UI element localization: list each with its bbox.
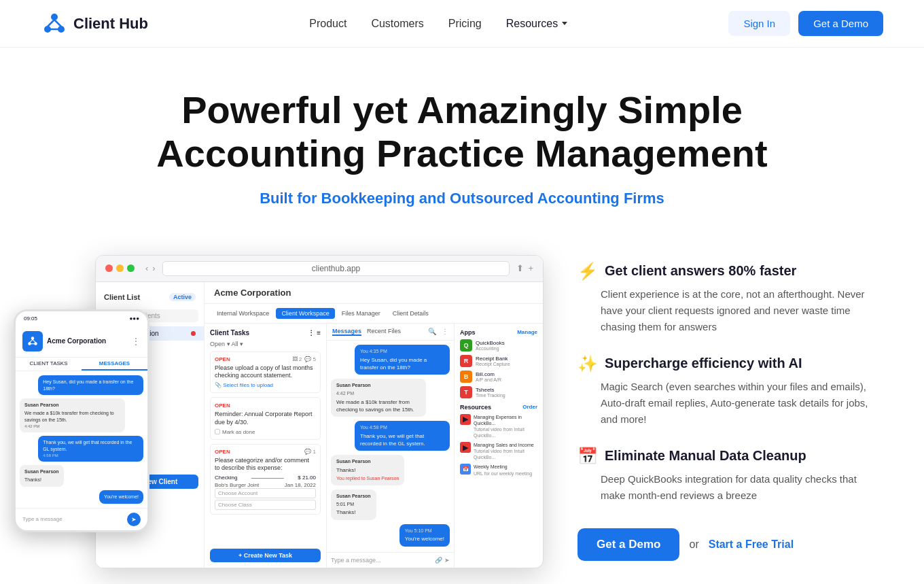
app-three-col: Client Tasks ⋮ ≡ Open ▾ All ▾ OPEN 🖼 2 xyxy=(205,324,543,568)
send-icon[interactable]: 🔗 ➤ xyxy=(435,557,450,564)
mobile-logo xyxy=(22,331,43,351)
feature-2-header: ✨ Supercharge efficiency with AI xyxy=(578,354,883,373)
feature-3-header: 📅 Eliminate Manual Data Cleanup xyxy=(578,447,883,466)
back-icon[interactable]: ‹ xyxy=(145,263,148,273)
browser-nav-arrows: ‹ › xyxy=(145,263,156,273)
msg-5: Susan Pearson 5:01 PM Thanks! xyxy=(331,489,376,520)
apps-section: Apps Manage Q QuickBooks Accounting xyxy=(460,329,537,398)
tab-files[interactable]: Files Manager xyxy=(336,308,386,319)
hero-subtitle: Built for Bookkeeping and Outsourced Acc… xyxy=(27,190,897,207)
upload-button[interactable]: 📎 Select files to upload xyxy=(215,382,316,388)
msg-4: Susan Pearson Thanks! You replied to Sus… xyxy=(331,455,404,485)
navbar: Client Hub Product Customers Pricing Res… xyxy=(0,0,924,48)
conv-more-icon[interactable]: ⋮ xyxy=(442,328,448,336)
conv-tab-files[interactable]: Recent Files xyxy=(367,328,401,336)
app-main-header: Acme Corporation xyxy=(205,282,543,304)
browser-bar: ‹ › clienthub.app ⬆ + xyxy=(96,256,543,282)
task-filter[interactable]: Open ▾ All ▾ xyxy=(210,341,321,347)
feature-3-title: Eliminate Manual Data Cleanup xyxy=(605,448,806,464)
quickbooks-icon: Q xyxy=(460,339,472,351)
play-icon-2: ▶ xyxy=(460,442,471,453)
minimize-dot xyxy=(116,264,124,272)
trial-link[interactable]: Start a Free Trial xyxy=(709,538,794,551)
feature-1: ⚡ Get client answers 80% faster Client e… xyxy=(578,262,883,335)
checkbox-icon xyxy=(215,429,220,434)
tab-client[interactable]: Client Workspace xyxy=(276,308,334,319)
conv-tab-messages[interactable]: Messages xyxy=(332,328,361,336)
conv-tabs: Messages Recent Files 🔍 ⋮ xyxy=(327,324,454,341)
browser-actions: ⬆ + xyxy=(516,263,533,273)
tab-details[interactable]: Client Details xyxy=(387,308,434,319)
cta-row: Get a Demo or Start a Free Trial xyxy=(578,528,883,561)
browser-mockup: ‹ › clienthub.app ⬆ + Client List Active xyxy=(95,255,544,568)
mobile-msg-4: Susan Pearson Thanks! xyxy=(20,465,64,487)
features-column: ⚡ Get client answers 80% faster Client e… xyxy=(578,255,883,561)
feature-2: ✨ Supercharge efficiency with AI Magic S… xyxy=(578,354,883,428)
share-icon[interactable]: ⬆ xyxy=(516,263,524,273)
url-bar[interactable]: clienthub.app xyxy=(162,261,510,276)
demo-button-nav[interactable]: Get a Demo xyxy=(798,11,883,36)
app-billcom: B Bill.com A/P and A/R xyxy=(460,371,537,383)
mobile-msg-2: Susan Pearson We made a $10k transfer fr… xyxy=(20,398,125,432)
mobile-msg-5: You're welcome! xyxy=(99,490,143,504)
meeting-item: 📅 Weekly Meeting URL for our weekly meet… xyxy=(460,464,537,476)
play-icon-1: ▶ xyxy=(460,414,471,425)
sidebar-header: Client List Active xyxy=(96,289,204,305)
forward-icon[interactable]: › xyxy=(152,263,155,273)
mobile-tabs: CLIENT TASKS MESSAGES xyxy=(16,358,147,371)
account-select[interactable]: Choose Account xyxy=(215,488,316,498)
lightning-icon: ⚡ xyxy=(578,262,598,281)
nav-resources[interactable]: Resources xyxy=(506,18,567,30)
create-task-button[interactable]: + Create New Task xyxy=(210,549,321,562)
mobile-tab-tasks[interactable]: CLIENT TASKS xyxy=(16,358,82,371)
calendar-check-icon: 📅 xyxy=(578,447,598,466)
tsheets-icon: T xyxy=(460,386,472,398)
hero-title: Powerful yet Amazingly Simple Accounting… xyxy=(156,88,768,176)
mobile-send-button[interactable]: ➤ xyxy=(127,513,141,526)
task-item-1: OPEN 🖼 2 💬 5 Please upload a copy of las… xyxy=(210,351,321,393)
expense-row: Checking —————— $ 21.00 xyxy=(215,475,316,481)
active-badge: Active xyxy=(169,293,196,301)
app-receiptbank: R Receipt Bank Receipt Capture xyxy=(460,355,537,367)
mobile-app-bar: Acme Corporation ⋮ xyxy=(16,326,147,358)
receiptbank-icon: R xyxy=(460,355,472,367)
mobile-status-bar: 09:05 ●●● xyxy=(16,311,147,326)
mobile-input[interactable]: Type a message ➤ xyxy=(16,508,147,530)
sparkles-icon: ✨ xyxy=(578,354,598,373)
screenshot-area: 09:05 ●●● Acme Corporation ⋮ CLIENT TASK… xyxy=(41,255,544,568)
svg-point-6 xyxy=(31,337,35,340)
notification-dot xyxy=(191,331,196,336)
manage-link[interactable]: Manage xyxy=(517,329,537,336)
nav-pricing[interactable]: Pricing xyxy=(448,18,482,29)
tab-bar: Internal Workspace Client Workspace File… xyxy=(205,304,543,324)
conv-input[interactable]: Type a message... 🔗 ➤ xyxy=(327,552,454,568)
svg-line-10 xyxy=(33,339,36,343)
svg-line-3 xyxy=(48,20,54,27)
class-select[interactable]: Choose Class xyxy=(215,500,316,510)
order-link[interactable]: Order xyxy=(522,404,537,411)
signin-button[interactable]: Sign In xyxy=(728,11,790,36)
mobile-messages: Hey Susan, did you made a transfer on th… xyxy=(16,371,147,508)
msg-6: You 5:10 PM You're welcome! xyxy=(399,524,450,547)
app-tsheets: T Tsheets Time Tracking xyxy=(460,386,537,398)
demo-button-main[interactable]: Get a Demo xyxy=(578,528,679,561)
nav-customers[interactable]: Customers xyxy=(371,18,423,29)
task-item-2: OPEN Reminder: Annual Corporate Report d… xyxy=(210,397,321,439)
resource-1: ▶ Managing Expenses in QuickBo... Tutori… xyxy=(460,414,537,439)
tasks-controls: ⋮ ≡ xyxy=(308,329,321,337)
chevron-down-icon xyxy=(562,22,567,25)
mark-done[interactable]: Mark as done xyxy=(215,429,316,435)
tab-internal[interactable]: Internal Workspace xyxy=(211,308,274,319)
add-tab-icon[interactable]: + xyxy=(528,263,533,273)
mobile-tab-messages[interactable]: MESSAGES xyxy=(82,358,147,371)
svg-line-9 xyxy=(30,339,33,343)
nav-product[interactable]: Product xyxy=(309,18,346,29)
task-counts: 🖼 2 💬 5 xyxy=(292,356,316,362)
app-content: Client List Active 🔍 Search clients Acme… xyxy=(96,282,543,568)
conv-messages: You 4:35 PM Hey Susan, did you made a tr… xyxy=(327,341,454,552)
app-main: Acme Corporation Internal Workspace Clie… xyxy=(205,282,543,568)
logo[interactable]: Client Hub xyxy=(41,10,148,37)
conv-search-icon[interactable]: 🔍 xyxy=(428,328,436,336)
task-item-3: OPEN 💬 1 Please categorize and/or commen… xyxy=(210,444,321,515)
mobile-mockup: 09:05 ●●● Acme Corporation ⋮ CLIENT TASK… xyxy=(14,309,149,532)
